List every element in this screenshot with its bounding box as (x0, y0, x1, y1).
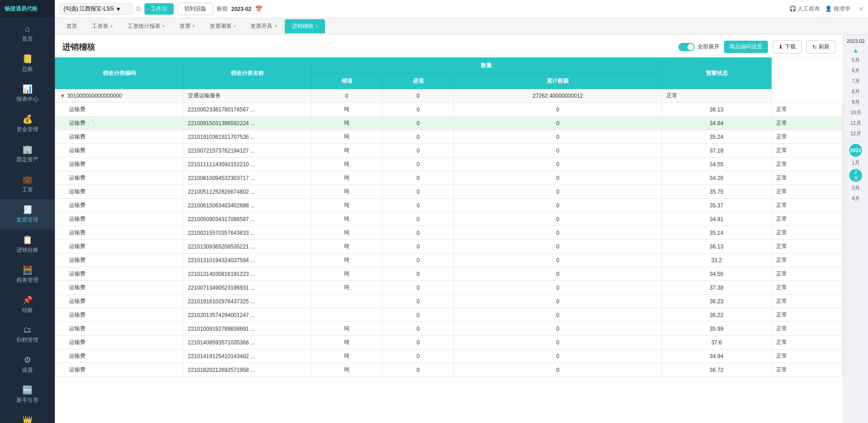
cell-tag: 吨 (311, 254, 383, 267)
table-row: 运输费22101910361921707536 ...吨0035.24正常 (55, 130, 843, 144)
download-button[interactable]: ⬇ 下载 (772, 40, 802, 53)
tab-invoice-close[interactable]: × (192, 24, 195, 29)
calendar-icon[interactable]: 📅 (255, 5, 262, 12)
tab-salary[interactable]: 工资表 × (85, 19, 120, 33)
refresh-button[interactable]: ↻ 刷新 (806, 40, 836, 53)
file-icon: 📄 (87, 120, 94, 126)
workbench-button[interactable]: 工作台 (144, 3, 174, 15)
sidebar-item-label: 税务管理 (16, 276, 38, 284)
cell-total: 36.13 (662, 240, 771, 254)
sidebar-item-sales[interactable]: 📋 进销台账 (0, 229, 55, 259)
cell-status: 正常 (771, 116, 842, 130)
cell-status: 正常 (771, 267, 842, 281)
tab-sales-check[interactable]: 进销稽核 × (285, 19, 325, 33)
tab-salary-label: 工资表 (92, 22, 108, 30)
tab-salary-close[interactable]: × (110, 24, 113, 29)
tab-invoice-open-close[interactable]: × (274, 24, 277, 29)
right-panel-month-9[interactable]: 9月 (843, 97, 868, 107)
content-area: 进销稽核 全部展开 商品编码设置 ⬇ 下载 ↻ 刷新 (55, 35, 868, 423)
right-panel-month-10[interactable]: 10月 (843, 107, 868, 118)
tab-salary-stat-close[interactable]: × (162, 24, 165, 29)
sidebar-item-archive[interactable]: 🗂 归档管理 (0, 320, 55, 349)
company-dropdown-icon: ▼ (116, 6, 121, 12)
cell-total: 36.22 (662, 308, 771, 322)
cell-in: 0 (454, 116, 662, 130)
cell-total: 35.37 (662, 199, 771, 212)
right-panel-month-12[interactable]: 12月 (843, 128, 868, 139)
right-panel-month-3[interactable]: 3月 (843, 183, 868, 193)
table-row: 运输费22101820212692571958 ...吨0036.72正常 (55, 363, 843, 377)
avatar-icon: 👤 (825, 5, 832, 12)
sidebar-item-settings[interactable]: ⚙ 设置 (0, 349, 55, 380)
user-avatar[interactable]: 👤 徐澄华 (825, 5, 850, 13)
tab-invoice-calc[interactable]: 发票测算 × (203, 19, 243, 33)
tab-salary-stat[interactable]: 工资统计报表 × (121, 19, 172, 33)
sidebar-item-invoice[interactable]: 🧾 发票管理 (0, 199, 55, 229)
sidebar-item-tax[interactable]: 🧮 税务管理 (0, 259, 55, 290)
tab-invoice-open-label: 发票开具 (250, 22, 272, 30)
sidebar-item-home[interactable]: ⌂ 首页 (0, 19, 55, 48)
right-panel-month-4[interactable]: 4月 (843, 193, 868, 204)
close-button[interactable]: × (859, 5, 863, 13)
sidebar-item-capital[interactable]: 💰 资金管理 (0, 109, 55, 139)
right-panel-month-5[interactable]: 5月 (843, 55, 868, 65)
cell-name: 运输费 (55, 349, 183, 363)
page-title: 进销稽核 (62, 42, 95, 53)
sidebar-item-label: 结账 (22, 307, 33, 314)
right-panel-month-1[interactable]: 1月 (843, 158, 868, 168)
tab-home[interactable]: 首页 (59, 19, 84, 33)
cell-status: 正常 (771, 336, 842, 349)
product-setting-button[interactable]: 商品编码设置 (724, 41, 768, 53)
sidebar-item-asset[interactable]: 🏢 固定资产 (0, 139, 55, 169)
right-panel-month-7[interactable]: 7月 (843, 76, 868, 86)
tab-sales-check-close[interactable]: × (315, 24, 318, 29)
favorite-icon[interactable]: ♡ (852, 206, 859, 214)
cell-tag: 吨 (311, 171, 383, 185)
customer-service-link[interactable]: 🎧 人工咨询 (789, 5, 820, 13)
cell-sales: 0 (383, 363, 454, 377)
cell-total: 34.26 (662, 171, 771, 185)
table-wrapper: 税收分类编码 税收分类名称 数量 预警状态 销项 进项 累计数额 ▼301000… (55, 58, 843, 423)
company-selector[interactable]: (勾选) 江西报宝-LSS ▼ (59, 3, 133, 15)
cell-invoice-no: 22100721573762194127 ... (183, 144, 311, 158)
cell-invoice-no: 22101408593571035366 ... (183, 336, 311, 349)
tab-invoice-calc-close[interactable]: × (234, 24, 236, 29)
sales-icon: 📋 (22, 235, 32, 245)
switch-version-button[interactable]: 切到旧版 (177, 3, 213, 15)
sidebar-item-label: 发票管理 (16, 216, 38, 224)
tab-invoice-open[interactable]: 发票开具 × (244, 19, 284, 33)
table-row: 运输费22101310194324037594 ...吨0033.2正常 (55, 254, 843, 267)
right-panel-up-arrow[interactable]: ▲ (851, 46, 861, 55)
sidebar-item-settle[interactable]: 📌 结账 (0, 290, 55, 320)
right-panel-year-2023[interactable]: 2023 (849, 144, 862, 157)
cell-total: 34.56 (662, 267, 771, 281)
table-row: 运输费22101916102976437325 ...0036.23正常 (55, 295, 843, 308)
tab-invoice[interactable]: 发票 × (173, 19, 202, 33)
sidebar-item-ledger[interactable]: 📒 总账 (0, 48, 55, 79)
right-panel-month-2[interactable]: 2月 (849, 169, 862, 182)
cell-tag: 吨 (311, 158, 383, 171)
right-panel-month-6[interactable]: 6月 (843, 65, 868, 76)
sidebar-item-guide[interactable]: 🆕 新手引导 (0, 380, 55, 410)
cell-in: 0 (454, 322, 662, 336)
cell-sales: 0 (383, 171, 454, 185)
right-panel-month-11[interactable]: 11月 (843, 118, 868, 128)
cell-in: 0 (454, 226, 662, 240)
invoice-icon: 🧾 (22, 205, 32, 215)
salary-icon: 💼 (22, 174, 32, 185)
table-row: 运输费22101111143592152210 ...吨0034.55正常 (55, 158, 843, 171)
copy-icon[interactable]: ⧉ (136, 5, 141, 13)
ledger-icon: 📒 (22, 54, 32, 64)
sidebar-item-salary[interactable]: 💼 工资 (0, 169, 55, 199)
toggle-switch[interactable] (678, 43, 695, 51)
download-icon: ⬇ (778, 44, 783, 50)
right-panel-month-8[interactable]: 8月 (843, 86, 868, 97)
sidebar-item-member[interactable]: 👑 畅会员 (0, 410, 55, 423)
sidebar-item-report[interactable]: 📊 报表中心 (0, 79, 55, 109)
expand-toggle[interactable]: 全部展开 (678, 43, 719, 51)
cell-tag: 吨 (311, 103, 383, 116)
header-quantity-group: 数量 (311, 58, 662, 74)
cell-total: 34.91 (662, 212, 771, 226)
cell-tag: 吨 (311, 363, 383, 377)
cell-sales: 0 (383, 322, 454, 336)
